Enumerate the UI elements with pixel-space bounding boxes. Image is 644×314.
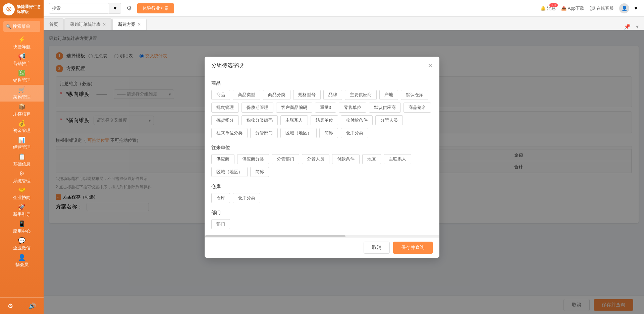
topbar-search-input[interactable] xyxy=(49,3,109,14)
sound-button[interactable]: 🔊 xyxy=(29,302,36,310)
notification-count: 99+ xyxy=(549,3,558,7)
sidebar-item-operations[interactable]: 📊 经营管理 xyxy=(0,135,44,152)
modal-dialog: 分组待选字段 ✕ 商品 商品 商品类型 商品分类 规格型号 品牌 主要供应商 产… xyxy=(205,57,439,258)
field-tag[interactable]: 规格型号 xyxy=(293,90,321,100)
modal-footer: 取消 保存并查询 xyxy=(205,237,439,258)
sidebar-item-finance[interactable]: 💰 资金管理 xyxy=(0,118,44,135)
topbar: ▾ ⚙ 体验行业方案 🔔 消息 99+ 📥 App下载 💬 在线客服 👤 ▾ xyxy=(44,0,644,17)
topbar-dropdown[interactable]: ▾ xyxy=(109,3,121,14)
modal-header: 分组待选字段 ✕ xyxy=(205,57,439,75)
section-goods: 商品 商品 商品类型 商品分类 规格型号 品牌 主要供应商 产地 默认仓库 批次… xyxy=(211,80,433,138)
field-tag[interactable]: 税收分类编码 xyxy=(241,115,278,125)
sidebar-bottom: ⚙ 🔊 xyxy=(0,297,44,314)
field-tag[interactable]: 默认仓库 xyxy=(401,90,428,100)
online-service-link[interactable]: 💬 在线客服 xyxy=(590,5,614,11)
tab-new-plan-close[interactable]: ✕ xyxy=(138,22,141,27)
basics-icon: 📋 xyxy=(18,153,25,161)
cooperation-icon: 🤝 xyxy=(18,187,25,194)
sidebar-item-inventory[interactable]: 📦 库存核算 xyxy=(0,102,44,118)
modal-confirm-button[interactable]: 保存并查询 xyxy=(393,242,433,254)
field-tag[interactable]: 区域（地区） xyxy=(211,167,248,177)
field-tag[interactable]: 仓库 xyxy=(211,193,230,203)
logo-icon: ⑥ xyxy=(3,3,15,15)
field-tag[interactable]: 保质期管理 xyxy=(241,103,273,113)
field-tag[interactable]: 分管人员 xyxy=(375,115,403,125)
app-center-icon: 📱 xyxy=(18,220,25,228)
sidebar-item-cooperation[interactable]: 🤝 企业协同 xyxy=(0,185,44,202)
field-tag[interactable]: 仓库分类 xyxy=(341,128,368,138)
field-tag[interactable]: 主联系人 xyxy=(280,115,308,125)
field-tag[interactable]: 分管人员 xyxy=(302,154,329,164)
quick-nav-icon: ⚡ xyxy=(18,36,25,43)
field-tag[interactable]: 产地 xyxy=(379,90,398,100)
tab-purchase-stats[interactable]: 采购订单统计表 ✕ xyxy=(64,18,112,30)
field-tag[interactable]: 部门 xyxy=(211,219,230,229)
tab-new-plan[interactable]: 新建方案 ✕ xyxy=(112,19,147,30)
sidebar-item-purchase[interactable]: 🛒 采购管理 xyxy=(0,85,44,102)
field-tag[interactable]: 零售单位 xyxy=(339,103,366,113)
system-icon: ⚙ xyxy=(19,170,24,177)
modal-cancel-button[interactable]: 取消 xyxy=(364,242,390,254)
field-tag[interactable]: 客户商品编码 xyxy=(276,103,312,113)
sidebar-item-system[interactable]: ⚙ 系统管理 xyxy=(0,169,44,185)
settings-button[interactable]: ⚙ xyxy=(8,302,13,310)
section-warehouse: 仓库 仓库 仓库分类 xyxy=(211,184,433,203)
field-tag[interactable]: 主要供应商 xyxy=(345,90,377,100)
sidebar-item-sales[interactable]: 💹 销售管理 xyxy=(0,68,44,85)
field-tag[interactable]: 品牌 xyxy=(323,90,342,100)
app-download-link[interactable]: 📥 App下载 xyxy=(561,5,584,11)
goods-fields: 商品 商品类型 商品分类 规格型号 品牌 主要供应商 产地 默认仓库 批次管理 … xyxy=(211,90,433,138)
tabbar-expand[interactable]: ▾ xyxy=(636,23,644,30)
modal-body[interactable]: 商品 商品 商品类型 商品分类 规格型号 品牌 主要供应商 产地 默认仓库 批次… xyxy=(205,75,439,235)
sidebar-item-guide[interactable]: 🚀 新手引导 xyxy=(0,202,44,219)
sidebar-search[interactable]: 🔍 搜索菜单 xyxy=(3,21,40,32)
field-tag[interactable]: 供应商 xyxy=(211,154,234,164)
sidebar-item-marketing[interactable]: 📢 营销推广 xyxy=(0,51,44,68)
field-tag[interactable]: 分管部门 xyxy=(250,128,278,138)
section-department: 部门 部门 xyxy=(211,210,433,229)
sidebar-item-app-center[interactable]: 📱 应用中心 xyxy=(0,219,44,236)
user-avatar[interactable]: 👤 xyxy=(619,3,629,13)
field-tag[interactable]: 商品类型 xyxy=(233,90,260,100)
tab-home[interactable]: 首页 xyxy=(44,18,64,30)
sidebar-item-wechat[interactable]: 💬 企业微信 xyxy=(0,236,44,252)
field-tag[interactable]: 仓库分类 xyxy=(233,193,260,203)
bell-icon: 🔔 xyxy=(540,6,546,11)
section-warehouse-title: 仓库 xyxy=(211,184,433,190)
member-icon: 👤 xyxy=(18,254,25,261)
field-tag[interactable]: 批次管理 xyxy=(211,103,239,113)
field-tag[interactable]: 默认供应商 xyxy=(369,103,401,113)
field-tag[interactable]: 商品别名 xyxy=(404,103,431,113)
modal-close-button[interactable]: ✕ xyxy=(428,62,433,69)
field-tag[interactable]: 付款条件 xyxy=(332,154,360,164)
section-partner: 往来单位 供应商 供应商分类 分管部门 分管人员 付款条件 地区 主联系人 区域… xyxy=(211,145,433,177)
sidebar-item-member[interactable]: 👤 畅会员 xyxy=(0,252,44,269)
partner-fields: 供应商 供应商分类 分管部门 分管人员 付款条件 地区 主联系人 区域（地区） … xyxy=(211,154,433,177)
download-icon: 📥 xyxy=(561,6,567,11)
tab-purchase-stats-close[interactable]: ✕ xyxy=(103,22,106,27)
user-menu-arrow[interactable]: ▾ xyxy=(635,5,637,11)
field-tag[interactable]: 收付款条件 xyxy=(341,115,373,125)
topbar-gear-icon[interactable]: ⚙ xyxy=(124,3,135,14)
field-tag[interactable]: 区域（地区） xyxy=(280,128,317,138)
sidebar-item-basics[interactable]: 📋 基础信息 xyxy=(0,152,44,169)
field-tag[interactable]: 商品分类 xyxy=(263,90,290,100)
guide-icon: 🚀 xyxy=(18,203,25,211)
marketing-icon: 📢 xyxy=(18,53,25,60)
tabbar-pin-icon[interactable]: 📌 xyxy=(620,23,635,30)
field-tag[interactable]: 主联系人 xyxy=(384,154,411,164)
field-tag[interactable]: 结算单位 xyxy=(311,115,338,125)
notification-bell[interactable]: 🔔 消息 99+ xyxy=(540,5,556,11)
trial-button[interactable]: 体验行业方案 xyxy=(137,3,174,13)
field-tag[interactable]: 拣货积分 xyxy=(211,115,239,125)
field-tag[interactable]: 供应商分类 xyxy=(237,154,269,164)
topbar-left: ▾ ⚙ 体验行业方案 xyxy=(44,3,540,14)
field-tag[interactable]: 分管部门 xyxy=(272,154,299,164)
field-tag[interactable]: 商品 xyxy=(211,90,230,100)
field-tag[interactable]: 简称 xyxy=(250,167,269,177)
field-tag[interactable]: 地区 xyxy=(362,154,381,164)
sidebar-item-quick-nav[interactable]: ⚡ 快捷导航 xyxy=(0,35,44,51)
field-tag[interactable]: 往来单位分类 xyxy=(211,128,248,138)
field-tag[interactable]: 简称 xyxy=(319,128,338,138)
field-tag[interactable]: 重量3 xyxy=(315,103,336,113)
